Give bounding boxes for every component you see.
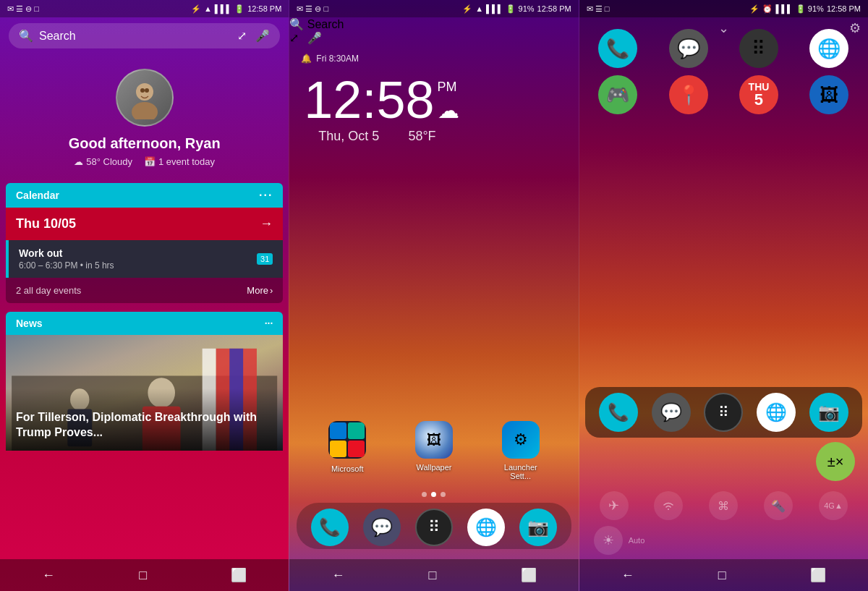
messages-icon: 💬 (669, 29, 708, 68)
dock3-apps[interactable]: ⠿ (704, 393, 743, 432)
app-grid-game[interactable]: 🎮 (587, 75, 650, 114)
phone-icon: 📞 (598, 29, 637, 68)
calendar-icon-small: 📅 (144, 156, 156, 167)
all-day-row: 2 all day events More › (6, 278, 283, 303)
dot-2 (431, 492, 436, 497)
chrome-icon: 🌐 (809, 29, 848, 68)
bluetooth-icon-3: ⚡ (749, 4, 760, 14)
app-grid-gallery[interactable]: 🖼 (798, 75, 861, 114)
alarm-icon: 🔔 (301, 54, 312, 64)
more-link[interactable]: More › (247, 285, 273, 296)
weather-info: ☁ 58° Cloudy (74, 156, 132, 167)
cloud-icon: ☁ (74, 156, 83, 167)
calendar-date: Thu 10/05 (16, 216, 76, 231)
search-icon-2: 🔍 (289, 18, 304, 30)
clock-temp: 58°F (408, 129, 435, 144)
qs-airplane[interactable]: ✈ (590, 491, 639, 520)
bluetooth-qs-icon: ⌘ (709, 491, 738, 520)
calendar-date-row[interactable]: Thu 10/05 → (6, 208, 283, 240)
bluetooth-icon: ⚡ (191, 4, 201, 14)
app-grid-phone[interactable]: 📞 (587, 29, 650, 68)
dock3-messages[interactable]: 💬 (652, 393, 691, 432)
more-arrow-icon: › (270, 285, 273, 296)
app-grid-maps[interactable]: 📍 (657, 75, 720, 114)
dock-messages[interactable]: 💬 (363, 509, 401, 546)
search-label-1: Search (39, 30, 76, 43)
dot-1 (422, 492, 427, 497)
status-icons-left-1: ✉ ☰ ⊖ □ (7, 4, 39, 14)
app-grid-calendar[interactable]: THU 5 (727, 75, 790, 114)
status-bar-1: ✉ ☰ ⊖ □ ⚡ ▲ ▌▌▌ 🔋 12:58 PM (0, 0, 289, 17)
app-grid-appstray[interactable]: ⠿ (727, 29, 790, 68)
quick-settings: ✈ ⌘ 🔦 4G▲ (579, 484, 868, 524)
auto-label: Auto (629, 536, 645, 545)
qs-flashlight[interactable]: 🔦 (754, 491, 803, 520)
recents-button-1[interactable]: ⬜ (231, 567, 247, 583)
recents-button-2[interactable]: ⬜ (521, 567, 537, 583)
app-grid-calc[interactable]: ±× (816, 442, 855, 481)
flashlight-icon: 🔦 (764, 491, 793, 520)
lock-info: 🔔 Fri 8:30AM (289, 45, 578, 67)
back-button-2[interactable]: ← (331, 568, 344, 583)
signal-icon: ▌▌▌ (215, 4, 231, 13)
maps-icon: 📍 (669, 75, 708, 114)
wifi-icon: ▲ (204, 4, 212, 13)
status-time-2: 12:58 PM (537, 4, 571, 13)
dock3-chrome[interactable]: 🌐 (757, 393, 796, 432)
expand-icon-2: ⤢ (289, 31, 299, 45)
weather-event-row: ☁ 58° Cloudy 📅 1 event today (74, 156, 215, 167)
back-button-1[interactable]: ← (42, 568, 55, 583)
app-icon-microsoft[interactable]: Microsoft (322, 421, 373, 480)
mic-icon-1: 🎤 (255, 29, 270, 43)
qs-bluetooth[interactable]: ⌘ (699, 491, 748, 520)
dock-apps[interactable]: ⠿ (415, 509, 453, 546)
news-image[interactable]: For Tillerson, Diplomatic Breakthrough w… (6, 335, 283, 451)
brightness-icon[interactable]: ☀ (594, 526, 623, 555)
search-label-2: Search (307, 18, 344, 30)
app-icon-row-1: Microsoft 🖼 Wallpaper ⚙ Launcher Sett... (289, 415, 578, 486)
recents-button-3[interactable]: ⬜ (810, 567, 826, 583)
mic-icon-2: 🎤 (307, 31, 322, 45)
expand-icon-1: ⤢ (237, 29, 247, 43)
battery-icon-3: 🔋 91% (796, 4, 824, 14)
home-button-3[interactable]: □ (718, 568, 726, 583)
app-grid-messages[interactable]: 💬 (657, 29, 720, 68)
dock-chrome[interactable]: 🌐 (467, 509, 505, 546)
home-button-1[interactable]: □ (139, 568, 147, 583)
signal-icon-2: ▌▌▌ (486, 4, 503, 13)
battery-icon-2: 🔋 91% (506, 4, 534, 14)
dock3-camera[interactable]: 📷 (809, 393, 848, 432)
dock-camera[interactable]: 📷 (519, 509, 557, 546)
status-time-3: 12:58 PM (827, 4, 861, 13)
avatar (116, 69, 174, 127)
page-indicator (289, 486, 578, 503)
search-bar-2[interactable]: 🔍 Search ⤢ 🎤 (289, 17, 578, 45)
events-text: 1 event today (158, 156, 215, 167)
status-icons-left-2: ✉ ☰ ⊖ □ (297, 4, 328, 14)
panel-cortana: ✉ ☰ ⊖ □ ⚡ ▲ ▌▌▌ 🔋 12:58 PM 🔍 Search ⤢ 🎤 (0, 0, 289, 591)
bottom-nav-1: ← □ ⬜ (0, 559, 289, 591)
news-image-overlay: For Tillerson, Diplomatic Breakthrough w… (6, 388, 283, 451)
event-row[interactable]: Work out 6:00 – 6:30 PM • in 5 hrs 31 (6, 240, 283, 278)
calendar-arrow: → (260, 216, 273, 231)
cloud-icon-clock: ☁ (438, 98, 459, 123)
wallpaper-icon: 🖼 (415, 421, 453, 459)
qs-wifi[interactable] (644, 491, 694, 520)
chevron-down-icon[interactable]: ⌄ (718, 20, 729, 36)
dock-phone[interactable]: 📞 (311, 509, 349, 546)
app-icon-wallpaper[interactable]: 🖼 Wallpaper (409, 421, 459, 480)
back-button-3[interactable]: ← (621, 568, 634, 583)
dock3-phone[interactable]: 📞 (599, 393, 638, 432)
news-menu-dots[interactable]: ··· (265, 318, 273, 329)
app-icon-launcher[interactable]: ⚙ Launcher Sett... (495, 421, 546, 480)
qs-4g[interactable]: 4G▲ (809, 491, 858, 520)
gear-icon[interactable]: ⚙ (849, 20, 861, 36)
profile-section: Good afternoon, Ryan ☁ 58° Cloudy 📅 1 ev… (0, 54, 289, 179)
home-button-2[interactable]: □ (429, 568, 437, 583)
search-bar-1[interactable]: 🔍 Search ⤢ 🎤 (9, 23, 280, 48)
news-label: News (16, 318, 43, 329)
calendar-menu-dots[interactable]: ··· (259, 189, 273, 202)
news-card-header: News ··· (6, 312, 283, 335)
alarm-time: Fri 8:30AM (316, 54, 359, 64)
dock-3: 📞 💬 ⠿ 🌐 📷 (585, 387, 862, 438)
